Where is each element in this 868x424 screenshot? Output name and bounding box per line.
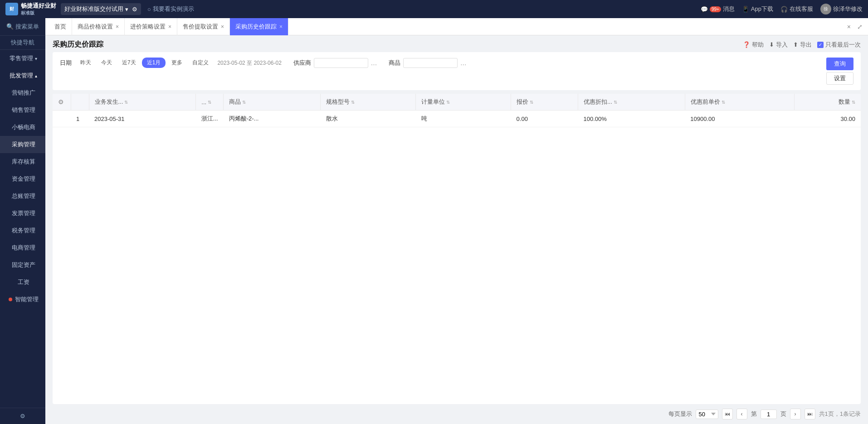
cell-settings [53, 111, 71, 127]
col-settings: ⚙ [53, 94, 71, 111]
page-label: 第 [751, 410, 757, 418]
help-button[interactable]: ❓ 帮助 [743, 41, 764, 49]
sidebar-search[interactable]: 🔍 搜索菜单 [0, 18, 45, 36]
close-icon[interactable]: × [116, 24, 119, 30]
col-product[interactable]: 商品⇅ [224, 94, 321, 111]
tab-history-price[interactable]: 采购历史价跟踪 × [230, 18, 288, 35]
sidebar-item-marketing[interactable]: 营销推广 [0, 84, 45, 101]
close-icon[interactable]: × [221, 24, 224, 30]
sidebar-item-smart[interactable]: 智能管理 [0, 291, 45, 308]
col-pre-discount-price[interactable]: 优惠前单价⇅ [685, 94, 794, 111]
filter-product-group: 商品 ... [389, 58, 466, 68]
topbar: 财 畅捷通好业财 标准版 好业财标准版交付试用 ▾ ⚙ ○ 我要看实例演示 💬 … [0, 0, 868, 18]
message-icon: 💬 [701, 6, 708, 13]
sort-icon: ⇅ [722, 100, 725, 105]
demo-link[interactable]: ○ 我要看实例演示 [147, 5, 194, 13]
filter-product-input[interactable] [403, 58, 458, 68]
col-unit[interactable]: 计量单位⇅ [416, 94, 511, 111]
prev-page-button[interactable]: ‹ [736, 409, 747, 419]
col-seq [71, 94, 89, 111]
sidebar-item-tax[interactable]: 税务管理 [0, 222, 45, 239]
sidebar-item-purchase[interactable]: 采购管理 [0, 136, 45, 153]
filter-area: 日期 昨天 今天 近7天 近1月 更多 自定义 2023-05-02 至 202… [53, 52, 861, 90]
last-only-checkbox-label[interactable]: ✓ 只看最后一次 [817, 41, 861, 49]
sidebar-settings-button[interactable]: ⚙ [0, 408, 45, 424]
tab-home[interactable]: 首页 [49, 18, 72, 35]
next-page-button[interactable]: › [790, 409, 801, 419]
logo: 财 畅捷通好业财 标准版 [5, 2, 56, 16]
page-input[interactable] [761, 410, 777, 419]
tab-bar: 首页 商品价格设置 × 进价策略设置 × 售价提取设置 × 采购历史价跟踪 × … [45, 18, 868, 35]
sidebar-item-wholesale[interactable]: 批发管理 ▴ [0, 67, 45, 84]
sort-icon: ⇅ [446, 100, 450, 105]
product-dots[interactable]: ... [460, 59, 466, 67]
sidebar-item-ecommerce-small[interactable]: 小畅电商 [0, 119, 45, 136]
sidebar-item-general-ledger[interactable]: 总账管理 [0, 188, 45, 205]
online-service-button[interactable]: 🎧 在线客服 [780, 5, 813, 13]
sort-icon: ⇅ [242, 100, 246, 105]
filter-btn-today[interactable]: 今天 [97, 58, 116, 68]
message-button[interactable]: 💬 99+ 消息 [701, 5, 735, 13]
cell-quote: 0.00 [511, 111, 578, 127]
per-page-select[interactable]: 50 10 20 100 [696, 410, 718, 419]
import-button[interactable]: ⬇ 导入 [769, 41, 788, 49]
logo-text: 畅捷通好业财 标准版 [21, 2, 56, 16]
filter-btn-more[interactable]: 更多 [167, 58, 186, 68]
sort-icon: ⇅ [124, 100, 128, 105]
main-layout: 🔍 搜索菜单 快捷导航 零售管理 ▾ 批发管理 ▴ 营销推广 销售管理 小畅电商… [0, 18, 868, 424]
total-info: 共1页，1条记录 [819, 410, 861, 418]
sidebar-item-fixed-assets[interactable]: 固定资产 [0, 256, 45, 274]
checkbox-icon: ✓ [817, 42, 824, 48]
setting-button[interactable]: 设置 [826, 72, 853, 85]
close-icon[interactable]: × [279, 24, 283, 30]
close-tab-button[interactable]: × [845, 22, 853, 31]
sidebar-item-finance[interactable]: 资金管理 [0, 170, 45, 188]
version-selector[interactable]: 好业财标准版交付试用 ▾ ⚙ [61, 3, 141, 15]
first-page-button[interactable]: ⏮ [722, 409, 733, 419]
last-page-button[interactable]: ⏭ [805, 409, 815, 419]
filter-date-group: 昨天 今天 近7天 近1月 更多 自定义 [76, 58, 213, 68]
filter-btn-last1m[interactable]: 近1月 [142, 58, 166, 68]
phone-icon: 📱 [742, 6, 749, 13]
cell-unit: 吨 [416, 111, 511, 127]
chevron-icon: ▾ [35, 56, 37, 61]
col-spec[interactable]: 规格型号⇅ [321, 94, 416, 111]
cell-product: 丙烯酸-2-... [224, 111, 321, 127]
col-discount[interactable]: 优惠折扣...⇅ [578, 94, 685, 111]
close-icon[interactable]: × [168, 24, 171, 30]
sidebar-item-payroll[interactable]: 工资 [0, 274, 45, 291]
app-download-button[interactable]: 📱 App下载 [742, 5, 773, 13]
sidebar: 🔍 搜索菜单 快捷导航 零售管理 ▾ 批发管理 ▴ 营销推广 销售管理 小畅电商… [0, 18, 45, 424]
sidebar-item-retail[interactable]: 零售管理 ▾ [0, 50, 45, 67]
col-quote[interactable]: 报价⇅ [511, 94, 578, 111]
sort-icon: ⇅ [852, 100, 855, 105]
filter-btn-last7[interactable]: 近7天 [118, 58, 140, 68]
cell-biz-date: 2023-05-31 [89, 111, 196, 127]
user-menu-button[interactable]: 徐 徐泽华修改 [820, 4, 863, 14]
sidebar-item-ecommerce[interactable]: 电商管理 [0, 239, 45, 256]
cell-supplier: 浙江... [196, 111, 224, 127]
col-dots[interactable]: ...⇅ [196, 94, 224, 111]
col-quantity[interactable]: 数量⇅ [794, 94, 861, 111]
supplier-dots[interactable]: ... [371, 59, 377, 67]
tab-strategy-settings[interactable]: 进价策略设置 × [125, 18, 177, 35]
settings-icon: ⚙ [20, 413, 25, 419]
query-button[interactable]: 查询 [826, 58, 853, 70]
expand-tab-button[interactable]: ⤢ [855, 22, 864, 31]
filter-btn-yesterday[interactable]: 昨天 [76, 58, 95, 68]
logo-icon: 财 [5, 3, 18, 15]
filter-btn-custom[interactable]: 自定义 [188, 58, 213, 68]
filter-supplier-input[interactable] [314, 58, 368, 68]
sidebar-item-invoice[interactable]: 发票管理 [0, 205, 45, 222]
demo-icon: ○ [147, 6, 151, 13]
sidebar-quicknav[interactable]: 快捷导航 [0, 36, 45, 50]
topbar-right: 💬 99+ 消息 📱 App下载 🎧 在线客服 徐 徐泽华修改 [701, 4, 863, 14]
sidebar-item-inventory[interactable]: 库存核算 [0, 153, 45, 170]
filter-date-label: 日期 [60, 59, 72, 67]
tab-price-settings[interactable]: 商品价格设置 × [72, 18, 125, 35]
export-button[interactable]: ⬆ 导出 [793, 41, 812, 49]
gear-icon[interactable]: ⚙ [58, 98, 64, 106]
sidebar-item-sales[interactable]: 销售管理 [0, 101, 45, 119]
tab-sale-price-settings[interactable]: 售价提取设置 × [177, 18, 230, 35]
col-biz-date[interactable]: 业务发生...⇅ [89, 94, 196, 111]
